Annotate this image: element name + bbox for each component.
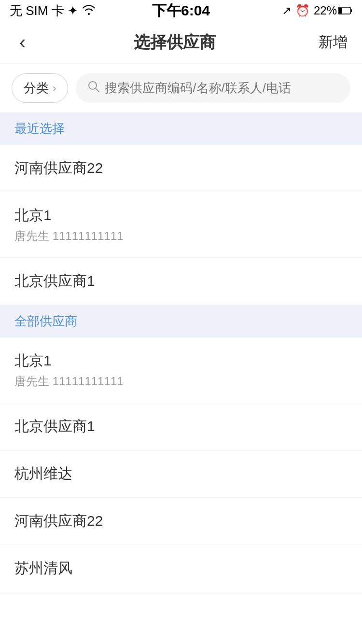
list-item[interactable]: 北京1 唐先生 11111111111 <box>0 192 362 258</box>
back-button[interactable]: ‹ <box>14 27 30 58</box>
search-icon <box>87 80 100 96</box>
search-box <box>76 73 350 103</box>
item-name: 北京供应商1 <box>14 417 348 436</box>
search-input[interactable] <box>105 81 339 96</box>
wifi-icon <box>82 3 96 18</box>
list-item[interactable]: 河南供应商22 <box>0 145 362 192</box>
category-button[interactable]: 分类 › <box>12 73 68 103</box>
list-item[interactable]: 河南供应商22 <box>0 498 362 545</box>
item-name: 北京1 <box>14 206 348 225</box>
category-label: 分类 <box>24 80 49 97</box>
item-name: 北京1 <box>14 351 348 371</box>
alarm-icon: ⏰ <box>295 4 310 17</box>
svg-rect-1 <box>339 8 342 14</box>
list-item[interactable]: 北京1 唐先生 11111111111 <box>0 337 362 403</box>
all-list: 北京1 唐先生 11111111111 北京供应商1 杭州维达 河南供应商22 … <box>0 337 362 592</box>
item-name: 苏州清风 <box>14 559 348 578</box>
status-time: 下午6:04 <box>152 1 210 21</box>
list-item[interactable]: 北京供应商1 <box>0 258 362 305</box>
location-icon: ↗ <box>282 4 292 17</box>
item-name: 杭州维达 <box>14 464 348 484</box>
battery-indicator: 22% <box>314 4 352 17</box>
svg-line-4 <box>96 88 99 92</box>
list-item[interactable]: 苏州清风 <box>0 545 362 592</box>
item-name: 河南供应商22 <box>14 511 348 531</box>
all-section-label: 全部供应商 <box>14 314 77 328</box>
svg-rect-2 <box>351 9 352 12</box>
battery-percent: 22% <box>314 4 337 17</box>
add-button[interactable]: 新增 <box>319 32 348 52</box>
all-section-header: 全部供应商 <box>0 305 362 337</box>
status-bar: 无 SIM 卡 ✦ 下午6:04 ↗ ⏰ 22% <box>0 0 362 21</box>
nav-bar: ‹ 选择供应商 新增 <box>0 21 362 64</box>
item-sub: 唐先生 11111111111 <box>14 228 348 244</box>
status-left: 无 SIM 卡 ✦ <box>10 2 96 19</box>
item-name: 北京供应商1 <box>14 271 348 291</box>
chevron-right-icon: › <box>53 82 56 95</box>
recent-section-header: 最近选择 <box>0 112 362 145</box>
recent-list: 河南供应商22 北京1 唐先生 11111111111 北京供应商1 <box>0 145 362 305</box>
list-item[interactable]: 杭州维达 <box>0 450 362 498</box>
filter-row: 分类 › <box>0 64 362 112</box>
recent-section-label: 最近选择 <box>14 121 65 136</box>
list-item[interactable]: 北京供应商1 <box>0 403 362 450</box>
page-title: 选择供应商 <box>134 31 216 54</box>
no-sim-text: 无 SIM 卡 ✦ <box>10 2 78 19</box>
item-sub: 唐先生 11111111111 <box>14 374 348 389</box>
item-name: 河南供应商22 <box>14 158 348 178</box>
status-right: ↗ ⏰ 22% <box>282 4 352 17</box>
